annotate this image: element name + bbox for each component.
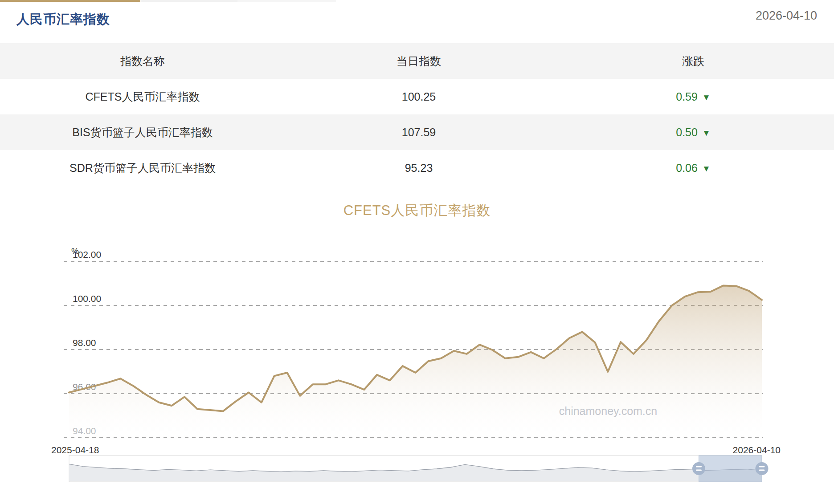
- index-name: CFETS人民币汇率指数: [0, 89, 285, 104]
- down-triangle-icon: ▼: [702, 93, 711, 102]
- index-change: 0.50▼: [552, 126, 834, 139]
- watermark: chinamoney.com.cn: [559, 405, 657, 417]
- navigator-left-handle[interactable]: [692, 462, 705, 475]
- table-header-row: 指数名称 当日指数 涨跌: [0, 43, 834, 79]
- page-title: 人民币汇率指数: [16, 11, 110, 28]
- cfets-index-chart: %102.00100.0098.0096.0094.00chinamoney.c…: [0, 236, 834, 494]
- change-value: 0.06: [676, 162, 698, 174]
- inactive-tab-indicator[interactable]: [237, 0, 335, 2]
- index-change: 0.59▼: [552, 90, 834, 103]
- index-value: 107.59: [285, 126, 552, 139]
- change-value: 0.59: [676, 90, 698, 103]
- navigator-right-handle[interactable]: [756, 462, 769, 475]
- index-value: 100.25: [285, 90, 552, 103]
- index-table: 指数名称 当日指数 涨跌 CFETS人民币汇率指数 100.25 0.59▼ B…: [0, 43, 834, 186]
- active-tab-indicator[interactable]: [0, 0, 140, 2]
- handle-grip-icon: [759, 466, 765, 467]
- change-value: 0.50: [676, 126, 698, 138]
- index-value: 95.23: [285, 162, 552, 175]
- table-row[interactable]: SDR货币篮子人民币汇率指数 95.23 0.06▼: [0, 150, 834, 186]
- x-axis-end-label: 2026-04-10: [733, 445, 781, 455]
- down-triangle-icon: ▼: [702, 128, 711, 138]
- y-tick-label: 98.00: [73, 337, 96, 348]
- handle-grip-icon: [696, 470, 702, 471]
- index-name: SDR货币篮子人民币汇率指数: [0, 161, 285, 175]
- column-header-value: 当日指数: [285, 54, 552, 69]
- navigator-selected-range[interactable]: [699, 455, 762, 482]
- inactive-tab-indicator[interactable]: [141, 0, 238, 2]
- report-date: 2026-04-10: [756, 9, 817, 23]
- y-tick-label: 100.00: [73, 293, 101, 304]
- y-tick-label: 102.00: [73, 249, 101, 260]
- rmb-index-page: 人民币汇率指数 2026-04-10 指数名称 当日指数 涨跌 CFETS人民币…: [0, 0, 834, 504]
- index-name: BIS货币篮子人民币汇率指数: [0, 125, 285, 140]
- index-change: 0.06▼: [552, 162, 834, 175]
- series-area-fill: [69, 285, 762, 445]
- chart-title: CFETS人民币汇率指数: [0, 201, 834, 220]
- x-axis-start-label: 2025-04-18: [51, 445, 99, 455]
- column-header-name: 指数名称: [0, 54, 285, 69]
- handle-grip-icon: [696, 466, 702, 467]
- down-triangle-icon: ▼: [702, 164, 711, 174]
- top-tab-strip: [0, 0, 834, 2]
- handle-grip-icon: [759, 470, 765, 471]
- table-row[interactable]: CFETS人民币汇率指数 100.25 0.59▼: [0, 79, 834, 114]
- column-header-change: 涨跌: [552, 54, 834, 69]
- table-row[interactable]: BIS货币篮子人民币汇率指数 107.59 0.50▼: [0, 114, 834, 150]
